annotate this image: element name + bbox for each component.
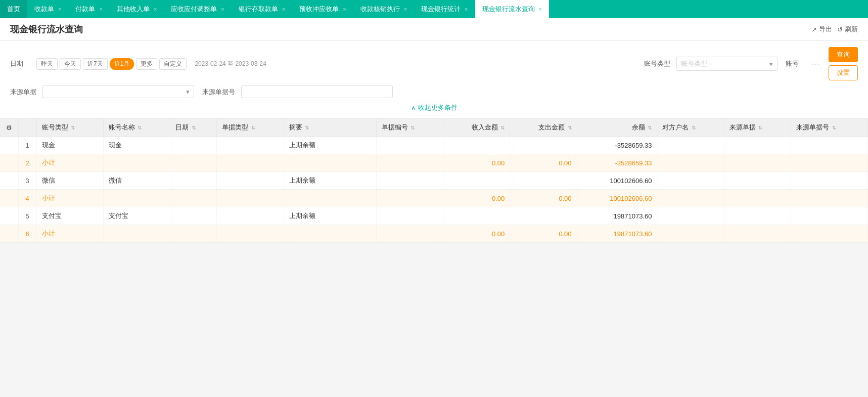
row-doc-num [376,172,443,190]
account-type-section: 账号类型 账号类型 ▾ [644,57,778,71]
row-date [170,137,217,154]
date-custom[interactable]: 自定义 [159,58,187,70]
source-doc-section: 来源单据 ▾ [10,85,194,98]
export-button[interactable]: ↗ 导出 [811,25,832,34]
col-source-doc[interactable]: 来源单据 ⇅ [724,119,791,137]
row-income [443,137,510,154]
row-summary [284,190,376,207]
row-income: 0.00 [443,190,510,207]
row-expense: 0.00 [510,190,577,207]
date-yesterday[interactable]: 昨天 [36,58,58,70]
table-row: 4 小计 0.00 0.00 100102606.60 [0,190,868,207]
account-label: 账号 [786,59,806,68]
nav-receipt[interactable]: 收款单 × [27,0,68,18]
close-icon[interactable]: × [343,0,346,18]
row-account-name [103,225,170,243]
gear-icon[interactable]: ⚙ [6,124,12,131]
row-doc-type [217,154,284,172]
row-account-name: 微信 [103,172,170,190]
row-date [170,225,217,243]
close-icon[interactable]: × [539,0,542,18]
date-filter-section: 日期 昨天 今天 近7天 近1月 更多 自定义 2023-02-24 至 202… [10,58,266,70]
table-row: 1 现金 现金 上期余额 -3528659.33 [0,137,868,154]
close-icon[interactable]: × [221,0,224,18]
date-1month[interactable]: 近1月 [110,58,134,70]
row-settings [0,225,18,243]
col-num [18,119,36,137]
date-today[interactable]: 今天 [60,58,81,70]
account-type-select[interactable]: 账号类型 ▾ [676,57,778,71]
close-icon[interactable]: × [282,0,285,18]
row-balance: 19871073.60 [577,207,657,225]
nav-receipt-verify[interactable]: 收款核销执行 × [353,0,414,18]
row-counterparty [657,154,724,172]
query-button[interactable]: 查询 [829,47,858,62]
row-summary: 上期余额 [284,172,376,190]
row-counterparty [657,137,724,154]
row-expense [510,172,577,190]
filter-area: 日期 昨天 今天 近7天 近1月 更多 自定义 2023-02-24 至 202… [0,41,868,119]
col-date[interactable]: 日期 ⇅ [170,119,217,137]
row-source-doc [724,207,791,225]
col-source-doc-num[interactable]: 来源单据号 ⇅ [791,119,867,137]
col-expense[interactable]: 支出金额 ⇅ [510,119,577,137]
nav-home[interactable]: 首页 [0,0,27,18]
chevron-down-icon: ▾ [186,88,190,96]
row-balance: -3528659.33 [577,154,657,172]
row-account-type: 支付宝 [36,207,103,225]
date-more[interactable]: 更多 [136,58,157,70]
col-account-name[interactable]: 账号名称 ⇅ [103,119,170,137]
row-source-doc-num [791,137,867,154]
col-account-type[interactable]: 账号类型 ⇅ [36,119,103,137]
col-summary[interactable]: 摘要 ⇅ [284,119,376,137]
row-doc-type [217,207,284,225]
row-balance: 100102606.60 [577,190,657,207]
chevron-up-icon: ∧ [411,104,416,112]
row-balance: 100102606.60 [577,172,657,190]
col-counterparty[interactable]: 对方户名 ⇅ [657,119,724,137]
nav-bank-deposit[interactable]: 银行存取款单 × [232,0,292,18]
settings-button[interactable]: 设置 [829,65,858,80]
row-num: 4 [18,190,36,207]
row-doc-num [376,137,443,154]
close-icon[interactable]: × [465,0,468,18]
account-type-value: 账号类型 [681,59,707,68]
row-expense [510,137,577,154]
table-body: 1 现金 现金 上期余额 -3528659.33 2 小计 0.00 0.00 … [0,137,868,243]
table-wrapper: ⚙ 账号类型 ⇅ 账号名称 ⇅ 日期 ⇅ 单据类型 ⇅ 摘要 ⇅ 单据编号 ⇅ … [0,119,868,243]
nav-cash-bank-stat[interactable]: 现金银行统计 × [414,0,475,18]
row-counterparty [657,190,724,207]
row-num: 6 [18,225,36,243]
close-icon[interactable]: × [404,0,407,18]
refresh-button[interactable]: ↺ 刷新 [837,25,858,34]
source-doc-num-input[interactable] [241,85,393,98]
close-icon[interactable]: × [154,0,157,18]
row-source-doc-num [791,172,867,190]
row-account-type: 小计 [36,225,103,243]
row-settings [0,154,18,172]
account-more-btn[interactable]: ··· [812,60,820,68]
date-7days[interactable]: 近7天 [83,58,108,70]
table-row: 6 小计 0.00 0.00 19871073.60 [0,225,868,243]
nav-ar-ap-adjust[interactable]: 应收应付调整单 × [164,0,231,18]
row-income: 0.00 [443,225,510,243]
col-doc-num[interactable]: 单据编号 ⇅ [376,119,443,137]
row-date [170,207,217,225]
col-doc-type[interactable]: 单据类型 ⇅ [217,119,284,137]
source-doc-num-section: 来源单据号 [202,85,393,98]
row-date [170,190,217,207]
close-icon[interactable]: × [99,0,102,18]
close-icon[interactable]: × [58,0,61,18]
nav-cash-bank-flow[interactable]: 现金银行流水查询 × [475,0,549,18]
collapse-bar[interactable]: ∧ 收起更多条件 [10,103,858,112]
row-date [170,154,217,172]
col-balance[interactable]: 余额 ⇅ [577,119,657,137]
row-source-doc [724,225,791,243]
nav-other-income[interactable]: 其他收入单 × [110,0,164,18]
col-income[interactable]: 收入金额 ⇅ [443,119,510,137]
nav-payment[interactable]: 付款单 × [68,0,109,18]
row-settings [0,137,18,154]
source-doc-select[interactable]: ▾ [42,85,194,98]
nav-pre-receipt[interactable]: 预收冲应收单 × [292,0,353,18]
row-income [443,207,510,225]
